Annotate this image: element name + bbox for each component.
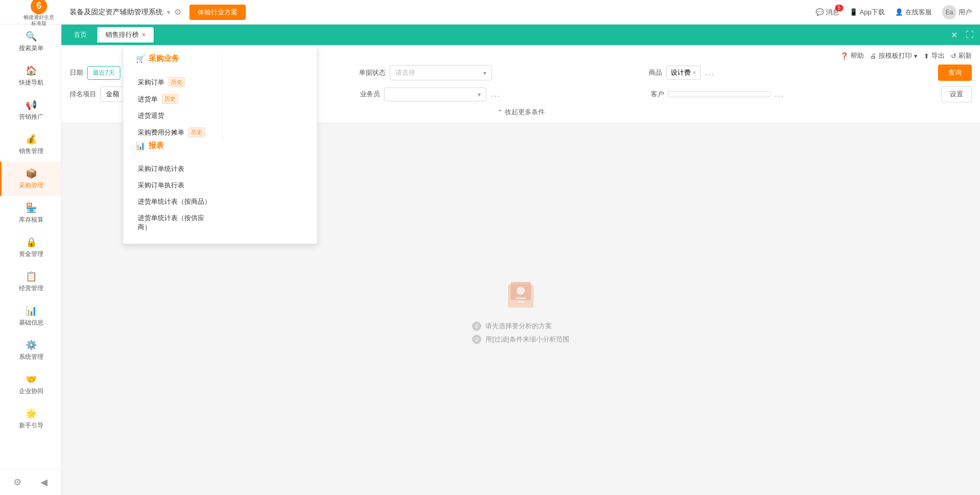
purchase-icon: 📦 (26, 168, 37, 179)
sidebar-label-finance: 资金管理 (19, 250, 44, 259)
industry-btn[interactable]: 体验行业方案 (189, 5, 246, 20)
query-btn[interactable]: 查询 (938, 64, 972, 81)
sidebar-item-finance[interactable]: 🔒 资金管理 (0, 230, 61, 265)
print-icon: 🖨 (870, 52, 877, 60)
purchase-order-history[interactable]: 历史 (168, 77, 185, 87)
tab-bar: 首页 销售排行榜 × ✕ ⛶ (61, 25, 980, 45)
inbound-history[interactable]: 历史 (162, 94, 178, 104)
sidebar-item-newbie[interactable]: 🌟 新手引导 (0, 402, 61, 436)
dropdown-item-inbound-stat-goods[interactable]: 进货单统计表（按商品） (136, 193, 216, 210)
empty-illustration (500, 274, 541, 315)
sidebar-item-search[interactable]: 🔍 搜索菜单 (0, 25, 61, 59)
expense-label: 采购费用分摊单 (138, 128, 184, 137)
sidebar-item-inventory[interactable]: 🏪 库存核算 (0, 196, 61, 230)
collapse-btn[interactable]: ⌃ 收起更多条件 (497, 107, 545, 117)
sidebar-item-basic[interactable]: 📊 基础信息 (0, 299, 61, 333)
nav-title-area: 装备及固定资产辅助管理系统 ▾ ⚙ 体验行业方案 (70, 5, 816, 20)
app-download-btn[interactable]: 📱 App下载 (849, 8, 885, 17)
customer-more-btn[interactable]: ... (775, 90, 784, 99)
sidebar-item-marketing[interactable]: 📢 营销推广 (0, 93, 61, 127)
expense-history[interactable]: 历史 (188, 127, 205, 137)
marketing-icon: 📢 (26, 99, 37, 111)
online-service-btn[interactable]: 👤 在线客服 (895, 8, 932, 17)
purchase-section-title: 🛒 采购业务 (136, 54, 216, 68)
salesperson-select[interactable] (384, 88, 486, 101)
dropdown-item-purchase-order-exec[interactable]: 采购订单执行表 (136, 177, 216, 193)
dropdown-item-inbound[interactable]: 进货单 历史 (136, 91, 216, 107)
quick-nav-icon: 🏠 (26, 65, 37, 76)
report-section-title: 📊 报表 (136, 141, 216, 155)
dropdown-item-inbound-stat-supplier[interactable]: 进货单统计表（按供应商） (136, 210, 216, 235)
sidebar-item-operation[interactable]: 📋 经营管理 (0, 265, 61, 299)
voucher-status-select[interactable]: 请选择 (390, 65, 492, 80)
tab-fullscreen-icon[interactable]: ⛶ (964, 28, 976, 41)
sidebar-label-inventory: 库存核算 (19, 216, 44, 224)
sidebar-collapse-btn[interactable]: ◀ (37, 474, 51, 491)
message-btn[interactable]: 💬 消息 5 (816, 8, 839, 17)
top-nav: 6 畅捷通好生意 标准版 装备及固定资产辅助管理系统 ▾ ⚙ 体验行业方案 💬 … (0, 0, 980, 25)
voucher-status-arrow (483, 69, 486, 77)
salesperson-arrow (478, 91, 481, 98)
customer-select[interactable] (668, 91, 771, 97)
purchase-dropdown: 🛒 采购业务 采购订单 历史 进货单 历史 进货退货 (123, 45, 317, 244)
user-name: 用户 (958, 8, 972, 17)
salesperson-more-btn[interactable]: ... (491, 90, 500, 99)
inbound-label: 进货单 (138, 95, 158, 104)
goods-label: 商品 (649, 68, 662, 77)
sidebar-label-search: 搜索菜单 (19, 44, 44, 53)
date-7days-btn[interactable]: 最近7天 (87, 66, 120, 80)
hint-text-2: 用[过滤]条件来缩小分析范围 (485, 335, 569, 344)
goods-more-btn[interactable]: ... (705, 68, 715, 77)
refresh-label: 刷新 (958, 51, 972, 60)
title-dropdown-arrow[interactable]: ▾ (167, 9, 170, 16)
dropdown-item-expense[interactable]: 采购费用分摊单 历史 (136, 124, 216, 141)
sidebar-item-system[interactable]: ⚙️ 系统管理 (0, 333, 61, 368)
tab-home[interactable]: 首页 (66, 27, 95, 42)
tab-sales-rank-label: 销售排行榜 (105, 30, 139, 39)
refresh-btn[interactable]: ↺ 刷新 (951, 51, 972, 60)
settings-btn[interactable]: 设置 (941, 86, 972, 102)
tab-close-all-icon[interactable]: ✕ (949, 28, 960, 42)
svg-rect-3 (516, 297, 526, 299)
app-download-label: App下载 (860, 8, 885, 17)
sidebar-settings-btn[interactable]: ⚙ (10, 474, 25, 491)
collapse-label: 收起更多条件 (505, 107, 545, 117)
inbound-stat-goods-label: 进货单统计表（按商品） (138, 197, 211, 206)
print-btn[interactable]: 🖨 按模板打印 ▾ (870, 51, 918, 60)
user-area[interactable]: Ea 用户 (942, 5, 972, 19)
goods-section: 商品 设计费 × ... (649, 66, 932, 80)
svg-rect-4 (517, 301, 524, 303)
export-label: 导出 (931, 51, 945, 60)
sidebar-item-quick[interactable]: 🏠 快捷导航 (0, 59, 61, 93)
tab-close-icon[interactable]: × (142, 31, 145, 38)
search-menu-icon: 🔍 (26, 31, 37, 42)
user-avatar: Ea (942, 5, 956, 19)
sidebar-item-purchase[interactable]: 📦 采购管理 (0, 162, 61, 196)
purchase-order-label: 采购订单 (138, 78, 164, 87)
sidebar-item-sales[interactable]: 💰 销售管理 (0, 127, 61, 162)
goods-tag-value: 设计费 (671, 68, 691, 77)
main-layout: 🔍 搜索菜单 🏠 快捷导航 📢 营销推广 💰 销售管理 📦 采购管理 🏪 库存核… (0, 25, 980, 495)
title-settings-icon[interactable]: ⚙ (174, 7, 181, 17)
purchase-section-label: 采购业务 (148, 54, 179, 63)
dropdown-item-purchase-order[interactable]: 采购订单 历史 (136, 74, 216, 91)
help-btn[interactable]: ❓ 帮助 (840, 51, 864, 60)
print-arrow[interactable]: ▾ (914, 52, 918, 60)
system-icon: ⚙️ (26, 339, 37, 351)
svg-point-2 (517, 287, 525, 295)
tab-sales-rank[interactable]: 销售排行榜 × (97, 27, 154, 42)
service-icon: 👤 (895, 8, 903, 16)
settings-action: 设置 (941, 86, 972, 102)
sidebar-label-enterprise: 企业协同 (19, 387, 44, 396)
logo-text: 畅捷通好生意 标准版 (24, 14, 54, 27)
sidebar-item-enterprise[interactable]: 🤝 企业协同 (0, 368, 61, 402)
voucher-status-label: 单据状态 (359, 68, 386, 77)
dropdown-item-return[interactable]: 进货退货 (136, 107, 216, 124)
export-btn[interactable]: ⬆ 导出 (924, 51, 945, 60)
customer-section: 客户 ... (651, 90, 935, 99)
dropdown-item-purchase-order-stat[interactable]: 采购订单统计表 (136, 161, 216, 177)
report-section: 📊 报表 采购订单统计表 采购订单执行表 进货单统计表（按商品） 进货单统计表（… (132, 141, 220, 235)
refresh-icon: ↺ (951, 52, 956, 60)
enterprise-icon: 🤝 (26, 374, 37, 385)
goods-tag-close[interactable]: × (693, 69, 696, 76)
